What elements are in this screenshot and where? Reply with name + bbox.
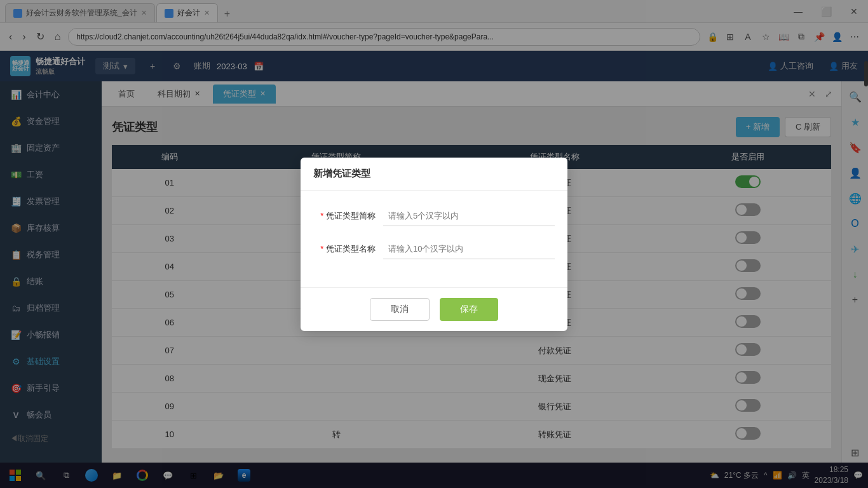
browser-frame: 好会计云财务软件管理系统_会计 ✕ 好会计 ✕ + — ⬜ ✕ ‹ › ↻ ⌂ … [0,0,868,488]
modal-body: 凭证类型简称 凭证类型名称 [301,191,567,287]
modal-title: 新增凭证类型 [313,168,370,180]
form-row-full: 凭证类型名称 [313,239,555,259]
modal-header: 新增凭证类型 [301,158,567,191]
full-name-label: 凭证类型名称 [313,243,383,255]
form-row-short: 凭证类型简称 [313,206,555,226]
full-name-input[interactable] [383,239,555,259]
modal-footer: 取消 保存 [301,287,567,331]
short-name-label: 凭证类型简称 [313,210,383,222]
short-name-input[interactable] [383,206,555,226]
add-voucher-modal: 新增凭证类型 凭证类型简称 凭证类型名称 取消 保存 [301,158,567,331]
cancel-button[interactable]: 取消 [370,298,430,321]
modal-overlay: 新增凭证类型 凭证类型简称 凭证类型名称 取消 保存 [0,0,868,488]
save-button[interactable]: 保存 [440,298,498,321]
